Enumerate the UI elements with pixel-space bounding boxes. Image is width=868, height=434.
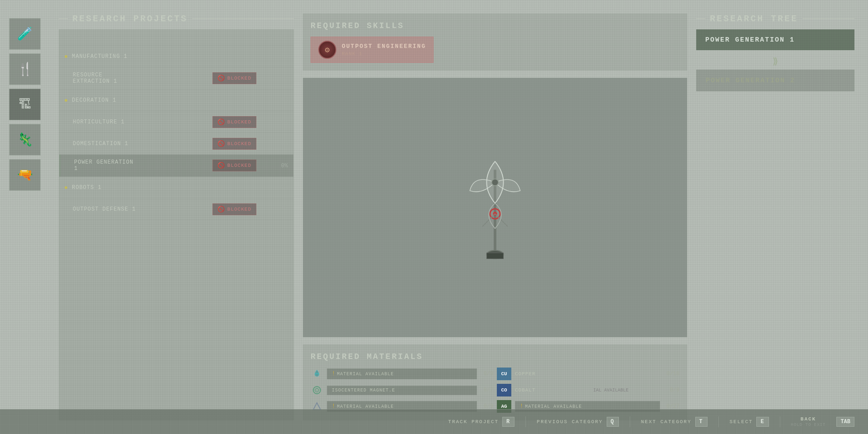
sidebar-item-creature[interactable]: 🦎 <box>9 124 41 156</box>
divider <box>630 416 630 427</box>
svg-marker-11 <box>313 403 321 410</box>
progress-value: 0% <box>261 206 288 212</box>
select-key-badge[interactable]: E <box>756 417 769 427</box>
project-row-robots[interactable]: ROBOTS 1 0% <box>59 177 293 198</box>
blocked-badge: 🚫 BLOCKED <box>212 138 256 150</box>
blocked-icon: 🚫 <box>217 140 225 147</box>
cobalt-code: CO <box>497 384 511 396</box>
next-category-action: NEXT CATEGORY T <box>641 417 708 427</box>
blocked-label: BLOCKED <box>227 75 251 81</box>
project-name: ROBOTS 1 <box>72 184 261 191</box>
blocked-badge: 🚫 BLoCKED <box>212 160 256 171</box>
mat-icon-s <box>311 368 323 380</box>
required-skills-title: REQUIRED SKILLS <box>311 21 679 30</box>
sidebar-item-weapon[interactable]: 🔫 <box>9 159 41 191</box>
lab-icon: 🧪 <box>17 26 33 42</box>
tree-item-power-gen-1[interactable]: POWER GENERATION 1 <box>696 29 854 50</box>
cobalt-status: IAL AVAILABLE <box>591 388 666 393</box>
mat-qty: 0/9 <box>483 403 493 410</box>
project-row-horticulture[interactable]: HORTICULTURE 1 🚫 BLOCKED 0% <box>59 111 293 133</box>
mat-status-text: MATERIAL AVAILABLE <box>337 372 472 377</box>
progress-value: 0% <box>261 75 288 82</box>
mat-status: ISOCENTERED MAGNET.E <box>327 386 477 395</box>
materials-grid: ! MATERIAL AVAILABLE 0/9 CU COPPER 0/18 <box>311 368 679 413</box>
blocked-badge: 🚫 BLOCKED <box>212 203 256 215</box>
material-row-copper: CU COPPER 0/18 <box>497 368 679 380</box>
progress-value: 0% <box>261 184 288 191</box>
row-indicator <box>65 208 68 211</box>
blocked-badge: 🚫 BLOCKED <box>212 116 256 128</box>
project-name: MANUFACTURING 1 <box>72 53 261 60</box>
material-row-s: ! MATERIAL AVAILABLE 0/9 <box>311 368 493 380</box>
progress-value: 0% <box>261 118 288 125</box>
copper-name: COPPER <box>515 371 663 377</box>
blocked-icon: 🚫 <box>217 206 225 213</box>
row-indicator <box>65 120 68 124</box>
blocked-label: BLOCKED <box>227 141 251 146</box>
back-key-badge[interactable]: TAB <box>836 417 854 427</box>
tree-item-label: POWER GENERATION 2 <box>706 77 795 85</box>
back-action: BACK HOLD TO EXIT <box>791 416 826 427</box>
mat-icon-magnet <box>311 384 323 396</box>
project-name: HORTICULTURE 1 <box>73 119 212 125</box>
blocked-label: BLOCKED <box>227 207 251 212</box>
material-row-magnet: ISOCENTERED MAGNET.E 0/7 <box>311 384 493 396</box>
research-tree-title: RESEARCH TREE <box>696 14 854 24</box>
skill-name: OUTPOST ENGINEERING <box>342 43 426 50</box>
creature-icon: 🦎 <box>17 132 33 147</box>
svg-point-3 <box>492 179 499 186</box>
food-icon: 🍴 <box>17 61 33 77</box>
prev-category-label: PREVIOUS CATEGORY <box>537 419 603 425</box>
prev-category-action: PREVIOUS CATEGORY Q <box>537 417 618 427</box>
material-row-cobalt: CO COBALT IAL AVAILABLE 0/9 <box>497 384 679 396</box>
track-project-label: TRACK PROJECT <box>448 419 499 425</box>
progress-value: 0% <box>261 140 288 147</box>
tree-arrow: ⟫ <box>696 56 854 67</box>
blocked-label: BLoCKED <box>227 163 251 168</box>
project-row-domestication[interactable]: DOMESTICATION 1 🚫 BLOCKED 0% <box>59 133 293 155</box>
tree-item-label: POWER GENERATION 1 <box>705 36 795 44</box>
tree-item-power-gen-2[interactable]: POWER GENERATION 2 <box>696 70 854 91</box>
project-row-outpost-defense[interactable]: OUTPOST DEFENSE 1 🚫 BLOCKED 0% <box>59 198 293 220</box>
building-icon: 🏗 <box>19 97 31 112</box>
sidebar-item-food[interactable]: 🍴 <box>9 53 41 85</box>
project-row-power-generation[interactable]: POWER GENERATION1 🚫 BLoCKED 0% <box>59 155 293 177</box>
table-header: PROJECT NAME PROGRESS <box>59 30 293 46</box>
project-row-resource-extraction[interactable]: RESOURCEEXTRACTION 1 🚫 BLOCKED 0% <box>59 67 293 90</box>
progress-value: 0% <box>261 53 288 60</box>
right-panel: RESEARCH TREE POWER GENERATION 1 ⟫ POWER… <box>696 14 854 420</box>
project-row-decoration[interactable]: DECORATION 1 0% <box>59 90 293 111</box>
cobalt-qty: 0/9 <box>670 387 679 393</box>
next-key-badge[interactable]: T <box>695 417 708 427</box>
prev-key-badge[interactable]: Q <box>607 417 619 427</box>
hold-to-exit-label: HOLD TO EXIT <box>791 423 826 427</box>
back-label: BACK <box>801 416 816 422</box>
mat-status: ! MATERIAL AVAILABLE <box>327 368 477 379</box>
divider <box>525 416 526 427</box>
skill-info: OUTPOST ENGINEERING RANK 1 <box>342 43 426 57</box>
row-indicator <box>65 186 67 189</box>
project-row-manufacturing[interactable]: MANUFACTURING 1 0% <box>59 46 293 67</box>
sidebar-item-building[interactable]: 🏗 <box>9 89 41 120</box>
svg-rect-2 <box>486 253 503 259</box>
skills-section: REQUIRED SKILLS ⚙ OUTPOST ENGINEERING RA… <box>303 14 687 71</box>
track-key-badge[interactable]: R <box>502 417 514 427</box>
mat-status-text: MATERIAL AVAILABLE <box>525 404 655 409</box>
project-name: POWER GENERATION1 <box>74 159 212 172</box>
sidebar-item-lab[interactable]: 🧪 <box>9 18 41 50</box>
mat-status-text: ISOCENTERED MAGNET.E <box>332 388 472 393</box>
row-indicator <box>65 99 67 102</box>
blocked-icon: 🚫 <box>217 75 225 82</box>
required-materials-title: REQUIRED MATERIALS <box>311 352 679 361</box>
progress-value: 0% <box>261 162 288 169</box>
row-indicator <box>66 164 70 167</box>
model-svg <box>454 149 536 266</box>
left-panel: RESEARCH PROJECTS PROJECT NAME PROGRESS … <box>59 14 294 420</box>
select-action: SELECT E <box>730 417 769 427</box>
blocked-icon: 🚫 <box>217 162 225 169</box>
mat-status-text: MATERIAL AVAILABLE <box>337 404 472 409</box>
projects-table: PROJECT NAME PROGRESS MANUFACTURING 1 0%… <box>59 29 294 420</box>
weapon-icon: 🔫 <box>17 167 33 183</box>
skill-icon: ⚙ <box>318 41 336 59</box>
copper-code: CU <box>497 368 511 380</box>
